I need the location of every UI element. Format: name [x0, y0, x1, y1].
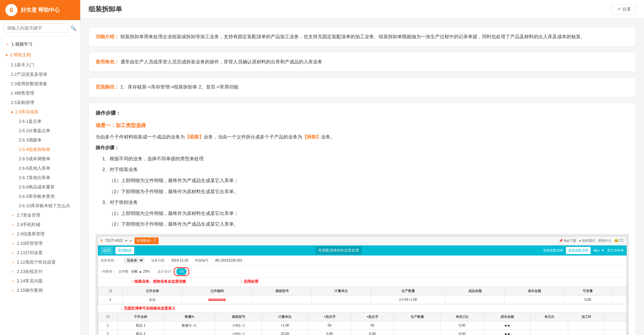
- sidebar-item-2-6-3[interactable]: 2.6.3调拨单: [16, 135, 80, 145]
- ops-steps-title: 操作步骤：: [96, 143, 629, 152]
- sidebar-item-2-10[interactable]: ＋ 2.10经营管理: [8, 239, 80, 248]
- mock-tab-自员[interactable]: 自员: [101, 247, 113, 254]
- nav-tree: ＋ 1.视频学习 ● 2.帮助文档 2.1新手入门 2.2产品安装及登录 2.3…: [0, 36, 80, 335]
- plus-icon-2-15: ＋: [11, 288, 15, 293]
- sidebar-item-2-6[interactable]: ● 2.6库存核算: [8, 107, 80, 117]
- sidebar-item-2-6-1[interactable]: 2.6.1盘点单: [16, 117, 80, 126]
- scene-title: 场景一：加工类型选择: [96, 121, 629, 130]
- ops-title: 操作步骤：: [96, 108, 629, 117]
- sidebar-item-2-6-10[interactable]: 2.6.10库存账本错了怎么办: [16, 201, 80, 211]
- search-box: 🔍: [0, 20, 80, 36]
- plus-icon-2-12: ＋: [11, 260, 15, 265]
- sidebar-item-2-6-9[interactable]: 2.6.9库存账本查询: [16, 192, 80, 201]
- step3: 3、对于拆卸业务: [96, 198, 629, 207]
- annotation-switch: ↑ 组装业务、拆卸业务在这里切换 ↑ 启用处理: [98, 278, 627, 286]
- role-block: 使用角色： 通常由生产人员或库管人员完成拆装业务的操作，库管人员确认原材料的出库…: [89, 52, 636, 72]
- scene-desc: 当由多个子件材料组装成一个成品的业务为【组装】业务，当由一个父件拆分成多个子产品…: [96, 132, 629, 142]
- sidebar-item-2-6-6[interactable]: 2.6.6其他入库单: [16, 164, 80, 173]
- nav-sub-2-6: 2.6.1盘点单 2.6.2分量盘点单 2.6.3调拨单 2.6.4组装拆卸单 …: [8, 117, 80, 211]
- sidebar-item-2-14[interactable]: ＋ 2.14常见问题: [8, 276, 80, 286]
- step1: 1、根据不同的业务，选择不同单据的类型来处理: [96, 154, 629, 163]
- mock-header-bar: 6 TEST-H002 ▾ ● 新增数据一下 📌 App下载 ● 给到我们 帮助…: [98, 236, 627, 245]
- sidebar-item-2-8[interactable]: ＋ 2.8手机旺铺: [8, 220, 80, 229]
- path-block: 页面路径： 1、库存核算->库存管理->组装拆卸单 2、首页->常用功能: [89, 77, 636, 97]
- mock-table-input[interactable]: [209, 299, 225, 301]
- share-button[interactable]: ↗ 分享: [612, 4, 636, 14]
- share-icon: ↗: [617, 7, 621, 12]
- role-label: 使用角色：: [96, 59, 119, 64]
- content-area: 功能介绍： 组装拆卸单用来处理企业组装或拆卸等加工业务，支持有固定装配清单的产品…: [80, 19, 644, 335]
- sidebar-item-2[interactable]: ● 2.帮助文档: [0, 50, 80, 60]
- path-label: 页面路径：: [96, 84, 119, 90]
- step3-1: （1）上部明细为父件明细，最终作为原材料生成某它出库单；: [96, 209, 629, 218]
- mock-lower-table: ☐ 子件名称 数量% 规格型号 计量单位 +批次手 +批次手 生产数量 单价(元…: [98, 312, 627, 335]
- sidebar: 6 好生意 帮助中心 🔍 ＋ 1.视频学习 ● 2.帮助文档 2.1新手入门 2…: [0, 0, 80, 335]
- plus-icon-2-9: ＋: [11, 231, 15, 237]
- plus-icon-2-8: ＋: [11, 222, 15, 228]
- func-intro-text: 组装拆卸单用来处理企业组装或拆卸等加工业务，支持有固定装配清单的产品加工业务，也…: [120, 34, 585, 39]
- step2-2: （2）下部明细为子件明细，最终作为原材料生成某它出库单。: [96, 187, 629, 196]
- role-text: 通常由生产人员或库管人员完成拆装业务的操作，库管人员确认原材料的出库和产成品的入…: [120, 59, 322, 64]
- sidebar-header: 6 好生意 帮助中心: [0, 0, 80, 20]
- func-intro-block: 功能介绍： 组装拆卸单用来处理企业组装或拆卸等加工业务，支持有固定装配清单的产品…: [89, 27, 636, 47]
- sidebar-item-2-3[interactable]: 2.3使用前数据准备: [8, 79, 80, 89]
- ops-block: 操作步骤： 场景一：加工类型选择 当由多个子件材料组装成一个成品的业务为【组装】…: [89, 103, 636, 335]
- app-title: 好生意 帮助中心: [21, 7, 60, 14]
- sidebar-item-2-4[interactable]: 2.4销售管理: [8, 89, 80, 98]
- sidebar-item-1[interactable]: ＋ 1.视频学习: [0, 39, 80, 50]
- sidebar-item-2-1[interactable]: 2.1新手入门: [8, 60, 80, 70]
- logo: 6: [5, 4, 17, 16]
- plus-icon-2-7: ＋: [11, 213, 15, 218]
- sidebar-item-2-label: 2.帮助文档: [10, 52, 31, 58]
- plus-icon: ＋: [5, 42, 9, 47]
- sidebar-item-2-6-4[interactable]: 2.6.4组装拆卸单: [16, 145, 80, 154]
- mock-toggle[interactable]: On: [174, 267, 189, 276]
- mock-header-id: TEST-H002: [105, 238, 123, 244]
- annotation-bottom-table: ↓ 无固定清单可在组格在这里录入: [98, 304, 627, 313]
- plus-icon-2-14: ＋: [11, 278, 15, 284]
- sidebar-item-2-13[interactable]: ＋ 2.13在线支付: [8, 267, 80, 276]
- sidebar-item-2-6-8[interactable]: 2.6.8商品成本重算: [16, 182, 80, 192]
- mock-type-select[interactable]: 组装单 拆卸单: [124, 258, 144, 263]
- func-intro-label: 功能介绍：: [96, 34, 119, 39]
- sidebar-item-1-label: 1.视频学习: [11, 41, 33, 47]
- mock-upper-table: ☐ 父件名称 父件编码 规格型号 计量单位 生产数量 成品金额 成本金额 可发量: [98, 286, 627, 304]
- path-text: 1、库存核算->库存管理->组装拆卸单 2、首页->常用功能: [120, 84, 238, 90]
- sidebar-item-2-6-7[interactable]: 2.6.7其他出库单: [16, 173, 80, 182]
- sidebar-item-2-6-2[interactable]: 2.6.2分量盘点单: [16, 126, 80, 135]
- sidebar-item-2-11[interactable]: ＋ 2.11打印设置: [8, 248, 80, 258]
- nav-sub-2: 2.1新手入门 2.2产品安装及登录 2.3使用前数据准备 2.4销售管理 2.…: [0, 60, 80, 295]
- sidebar-item-2-6-5[interactable]: 2.6.5成本调整单: [16, 154, 80, 164]
- mock-order-value: AD-20191226-001: [215, 258, 243, 264]
- search-icon[interactable]: 🔍: [70, 25, 76, 31]
- top-bar: 组装拆卸单 ↗ 分享: [80, 0, 644, 19]
- sidebar-item-2-9[interactable]: ＋ 2.9优惠券管理: [8, 229, 80, 239]
- step3-2: （2）下部明细为子件明细，最终作为产成品生成某它入库单。: [96, 220, 629, 229]
- step2: 2、对于组装业务: [96, 165, 629, 174]
- plus-icon-2-10: ＋: [11, 241, 15, 246]
- main: 组装拆卸单 ↗ 分享 功能介绍： 组装拆卸单用来处理企业组装或拆卸等加工业务，支…: [80, 0, 644, 335]
- page-title: 组装拆卸单: [89, 5, 122, 14]
- screenshot-inner: 6 TEST-H002 ▾ ● 新增数据一下 📌 App下载 ● 给到我们 帮助…: [98, 236, 627, 335]
- minus-icon: ●: [5, 53, 8, 57]
- sidebar-item-2-12[interactable]: ＋ 2.12系统个性化设置: [8, 258, 80, 267]
- plus-icon-2-13: ＋: [11, 269, 15, 275]
- mock-new-btn[interactable]: 新增数据一下: [135, 237, 159, 244]
- sidebar-item-2-2[interactable]: 2.2产品安装及登录: [8, 70, 80, 79]
- sidebar-item-2-15[interactable]: ＋ 2.15操作案例: [8, 286, 80, 295]
- mock-teal-header: 自员 新增数据 有装配清单的在这里处理 选择装配清单 选择装配清单 确认 ▼ 其…: [98, 245, 627, 256]
- screenshot-container: 6 TEST-H002 ▾ ● 新增数据一下 📌 App下载 ● 给到我们 帮助…: [96, 234, 629, 335]
- plus-icon-2-11: ＋: [11, 250, 15, 256]
- minus-icon-2: ●: [11, 110, 13, 114]
- step2-1: （1）上部明细为父件明细，最终作为产成品生成某它入库单；: [96, 176, 629, 185]
- mock-date-value: 2019-12-26: [171, 258, 188, 264]
- search-input[interactable]: [4, 23, 68, 33]
- sidebar-item-2-7[interactable]: ＋ 2.7资金管理: [8, 211, 80, 220]
- sidebar-item-2-5[interactable]: 2.5采购管理: [8, 98, 80, 107]
- mock-tab-新增[interactable]: 新增数据: [115, 247, 134, 254]
